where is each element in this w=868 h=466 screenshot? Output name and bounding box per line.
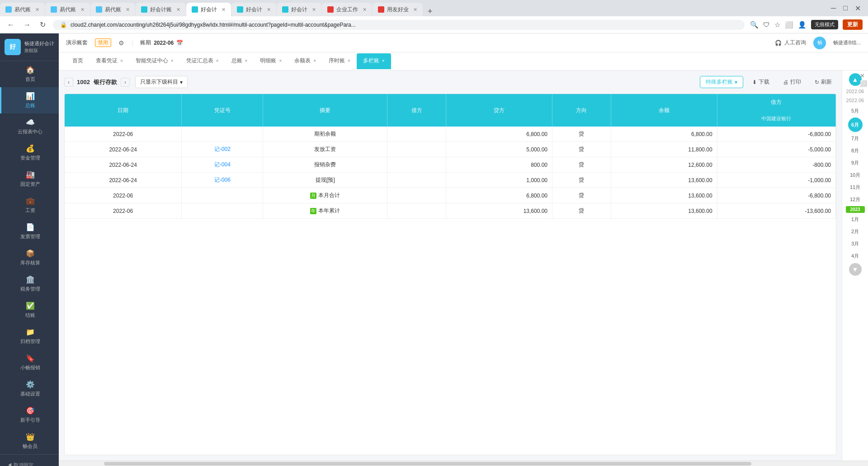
tab-balance-sheet[interactable]: 余额表 × xyxy=(288,53,322,69)
sidebar-item-inventory[interactable]: 📦 库存核算 xyxy=(0,245,59,271)
browser-tab-1[interactable]: 易代账 ✕ xyxy=(0,3,45,16)
tab-home[interactable]: 首页 xyxy=(66,53,90,69)
browser-tab-9[interactable]: 用友好业 ✕ xyxy=(373,3,423,16)
tab-balance-sheet-close[interactable]: × xyxy=(313,58,316,63)
back-button[interactable]: ← xyxy=(5,19,16,31)
tab-multi-column-close[interactable]: × xyxy=(382,58,385,63)
tab-view-voucher-close[interactable]: × xyxy=(120,58,123,63)
timeline-month-8[interactable]: 8月 xyxy=(846,145,865,156)
browser-tab-6[interactable]: 好会计 ✕ xyxy=(231,3,276,16)
tab-detail-ledger[interactable]: 明细账 × xyxy=(254,53,288,69)
voucher-link[interactable]: 记-004 xyxy=(214,161,231,168)
tab-close-4[interactable]: ✕ xyxy=(176,7,180,13)
sidebar-item-ledger[interactable]: 📊 总账 xyxy=(0,87,59,113)
monthly-icon: 月 xyxy=(310,193,316,199)
tab-smart-voucher[interactable]: 智能凭证中心 × xyxy=(129,53,180,69)
sidebar-item-fixed-assets[interactable]: 🏭 固定资产 xyxy=(0,166,59,192)
panel-expand-button[interactable]: ⬜ xyxy=(860,80,867,87)
download-button[interactable]: ⬇ 下载 xyxy=(748,76,774,88)
voucher-link[interactable]: 记-002 xyxy=(214,146,231,152)
refresh-nav-button[interactable]: ↻ xyxy=(38,19,47,31)
browser-tab-2[interactable]: 易代账 ✕ xyxy=(45,3,90,16)
sidebar-item-settings[interactable]: ⚙️ 基础设置 xyxy=(0,376,59,402)
panel-close-button[interactable]: ✕ xyxy=(860,72,867,79)
shield-tool-button[interactable]: 🛡 xyxy=(763,21,770,28)
print-button[interactable]: 🖨 打印 xyxy=(778,76,806,88)
profile-button[interactable]: 👤 xyxy=(798,21,807,29)
consultant-button[interactable]: 🎧 人工咨询 xyxy=(775,39,806,47)
sidebar-item-fund[interactable]: 💰 资金管理 xyxy=(0,140,59,166)
timeline-month-3[interactable]: 3月 xyxy=(846,238,865,249)
account-next-button[interactable]: › xyxy=(121,78,130,87)
new-tab-button[interactable]: + xyxy=(423,7,437,16)
timeline-month-5[interactable]: 5月 xyxy=(846,105,865,117)
timeline-month-2[interactable]: 2月 xyxy=(846,226,865,237)
tab-general-ledger-close[interactable]: × xyxy=(245,58,248,63)
sidebar-item-close-accounts[interactable]: ✅ 结账 xyxy=(0,297,59,323)
sidebar-item-archive[interactable]: 📁 归档管理 xyxy=(0,323,59,349)
voucher-link[interactable]: 记-006 xyxy=(214,177,231,183)
timeline-month-1[interactable]: 1月 xyxy=(846,214,865,225)
browser-tab-7[interactable]: 好会计 ✕ xyxy=(277,3,321,16)
browser-tab-4[interactable]: 好会计账 ✕ xyxy=(136,3,186,16)
forward-button[interactable]: → xyxy=(22,19,33,31)
browser-tab-8[interactable]: 企业工作 ✕ xyxy=(322,3,372,16)
special-multi-button[interactable]: 特殊多栏账 ▾ xyxy=(700,76,743,88)
refresh-button[interactable]: ↻ 刷新 xyxy=(810,76,836,88)
cancel-fixed-button[interactable]: ◀ 取消固定 xyxy=(5,459,54,466)
sidebar-item-cloud-report[interactable]: ☁️ 云报表中心 xyxy=(0,113,59,140)
no-trace-button[interactable]: 无痕模式 xyxy=(811,20,838,29)
timeline-month-6[interactable]: 6月 xyxy=(848,118,863,132)
tab-detail-ledger-close[interactable]: × xyxy=(279,58,282,63)
timeline-month-4[interactable]: 4月 xyxy=(846,250,865,262)
settings-gear-icon[interactable]: ⚙ xyxy=(118,39,124,47)
horizontal-scrollbar[interactable] xyxy=(59,461,868,466)
minimize-button[interactable]: ─ xyxy=(831,4,836,12)
sidebar-item-tax[interactable]: 🏛️ 税务管理 xyxy=(0,271,59,297)
timeline-month-9[interactable]: 9月 xyxy=(846,157,865,169)
tab-view-voucher[interactable]: 查看凭证 × xyxy=(90,53,129,69)
extension-button[interactable]: ⬜ xyxy=(785,21,793,29)
sidebar-item-salary[interactable]: 💼 工资 xyxy=(0,192,59,218)
star-tool-button[interactable]: ☆ xyxy=(774,21,780,29)
close-button[interactable]: ✕ xyxy=(855,4,861,13)
tab-close-2[interactable]: ✕ xyxy=(80,7,85,13)
cell-date: 2022-06-24 xyxy=(65,157,182,173)
timeline-month-7[interactable]: 7月 xyxy=(846,133,865,144)
timeline-down-button[interactable]: ▼ xyxy=(849,263,862,276)
sidebar-item-expense[interactable]: 🔖 小畅报销 xyxy=(0,349,59,376)
tab-smart-voucher-close[interactable]: × xyxy=(171,58,174,63)
sidebar-item-home[interactable]: 🏠 首页 xyxy=(0,61,59,87)
col-summary: 摘要 xyxy=(263,94,387,127)
timeline-month-12[interactable]: 12月 xyxy=(846,194,865,205)
calendar-icon[interactable]: 📅 xyxy=(176,40,183,46)
cancel-fixed-label: ◀ 取消固定 xyxy=(7,462,33,466)
tab-close-5[interactable]: ✕ xyxy=(222,7,226,13)
search-tool-button[interactable]: 🔍 xyxy=(750,21,759,29)
browser-tab-5[interactable]: 好会计 ✕ xyxy=(186,3,231,16)
sidebar-item-invoice[interactable]: 📄 发票管理 xyxy=(0,218,59,245)
update-button[interactable]: 更新 xyxy=(843,19,863,30)
sidebar-item-guide[interactable]: 🎯 新手引导 xyxy=(0,402,59,428)
maximize-button[interactable]: □ xyxy=(843,4,848,12)
tab-close-7[interactable]: ✕ xyxy=(312,7,316,13)
tab-voucher-summary-close[interactable]: × xyxy=(216,58,219,63)
tab-close-8[interactable]: ✕ xyxy=(363,7,367,13)
tab-journal-close[interactable]: × xyxy=(348,58,350,63)
tab-close-1[interactable]: ✕ xyxy=(35,7,39,13)
tab-journal[interactable]: 序时账 × xyxy=(322,53,357,69)
tab-close-6[interactable]: ✕ xyxy=(267,7,271,13)
url-bar[interactable]: 🔒 cloud2.chanjet.com/accounting/uh26t264… xyxy=(53,20,745,30)
timeline-month-10[interactable]: 10月 xyxy=(846,169,865,181)
tab-general-ledger[interactable]: 总账 × xyxy=(225,53,254,69)
demo-badge[interactable]: 禁用 xyxy=(95,38,111,47)
tab-multi-column[interactable]: 多栏账 × xyxy=(357,53,391,69)
timeline-month-11[interactable]: 11月 xyxy=(846,182,865,193)
browser-tab-3[interactable]: 易代账 ✕ xyxy=(90,3,135,16)
account-prev-button[interactable]: ‹ xyxy=(64,78,73,87)
sidebar-item-member[interactable]: 👑 畅会员 xyxy=(0,428,59,454)
filter-button[interactable]: 只显示下级科目 ▾ xyxy=(135,76,188,88)
tab-close-9[interactable]: ✕ xyxy=(413,7,417,13)
tab-close-3[interactable]: ✕ xyxy=(126,7,130,13)
tab-voucher-summary[interactable]: 凭证汇总表 × xyxy=(180,53,225,69)
